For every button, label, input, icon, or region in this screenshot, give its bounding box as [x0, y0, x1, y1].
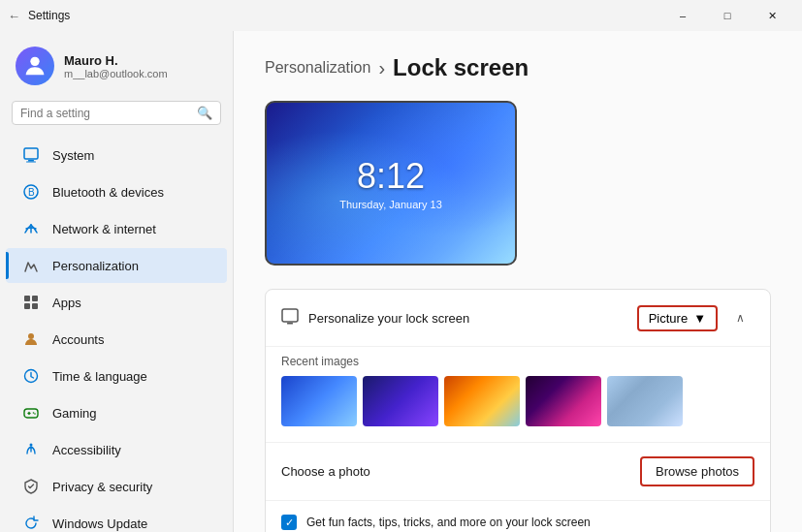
avatar — [16, 47, 54, 85]
accessibility-icon — [21, 440, 41, 459]
apps-icon — [21, 293, 41, 312]
user-email: m__lab@outlook.com — [64, 68, 168, 79]
sidebar-item-label-apps: Apps — [52, 296, 81, 310]
recent-images-label: Recent images — [281, 347, 754, 368]
preview-time: 8:12 — [357, 156, 425, 197]
sidebar-item-bluetooth[interactable]: B Bluetooth & devices — [6, 174, 227, 209]
thumbnail-1[interactable] — [281, 376, 357, 426]
time-icon — [21, 366, 41, 386]
window-controls: – □ ✕ — [660, 0, 794, 31]
svg-rect-8 — [24, 303, 30, 309]
expanded-area: Recent images — [266, 347, 770, 443]
fun-facts-label: Get fun facts, tips, tricks, and more on… — [306, 516, 591, 529]
maximize-button[interactable]: □ — [705, 0, 750, 31]
choose-photo-row: Choose a photo Browse photos — [266, 443, 770, 501]
sidebar-item-label-privacy: Privacy & security — [52, 480, 152, 494]
personalize-control: Picture ▼ ∧ — [637, 303, 754, 332]
svg-rect-1 — [24, 148, 38, 159]
preview-date: Thursday, January 13 — [339, 199, 442, 210]
main-content: Personalization › Lock screen 8:12 Thurs… — [233, 31, 802, 532]
search-icon: 🔍 — [197, 106, 212, 120]
sidebar-item-label-time: Time & language — [52, 369, 147, 384]
svg-rect-7 — [32, 296, 38, 301]
app-title: Settings — [28, 9, 70, 22]
svg-point-10 — [28, 333, 34, 339]
lock-screen-icon — [281, 308, 299, 329]
thumbnail-3[interactable] — [444, 376, 520, 426]
fun-facts-checkbox[interactable] — [281, 515, 297, 530]
sidebar-item-accounts[interactable]: Accounts — [6, 322, 227, 357]
sidebar-item-apps[interactable]: Apps — [6, 285, 227, 320]
svg-text:B: B — [28, 187, 35, 198]
lock-screen-preview: 8:12 Thursday, January 13 — [265, 101, 517, 266]
user-name: Mauro H. — [64, 53, 168, 68]
sidebar-item-privacy[interactable]: Privacy & security — [6, 469, 227, 504]
svg-point-14 — [34, 413, 36, 415]
search-box[interactable]: 🔍 — [12, 101, 221, 125]
dropdown-chevron: ▼ — [693, 311, 706, 326]
sidebar-item-label-system: System — [52, 148, 94, 163]
privacy-icon — [21, 477, 41, 496]
sidebar-item-label-bluetooth: Bluetooth & devices — [52, 185, 164, 200]
bluetooth-icon: B — [21, 182, 41, 202]
thumbnail-2[interactable] — [363, 376, 438, 426]
sidebar-item-label-gaming: Gaming — [52, 406, 97, 421]
sidebar-item-personalization[interactable]: Personalization — [6, 248, 227, 283]
update-icon — [21, 514, 41, 532]
svg-rect-17 — [287, 323, 293, 325]
sidebar-item-network[interactable]: Network & internet — [6, 211, 227, 246]
sidebar-item-label-network: Network & internet — [52, 222, 156, 236]
breadcrumb-separator: › — [378, 57, 385, 79]
breadcrumb-parent[interactable]: Personalization — [265, 59, 370, 77]
thumbnail-4[interactable] — [526, 376, 601, 426]
sidebar-item-label-personalization: Personalization — [52, 259, 139, 273]
sidebar-item-label-update: Windows Update — [52, 516, 147, 531]
sidebar-item-accessibility[interactable]: Accessibility — [6, 432, 227, 467]
choose-photo-label: Choose a photo — [281, 464, 640, 479]
settings-section: Personalize your lock screen Picture ▼ ∧… — [265, 289, 771, 532]
svg-point-0 — [30, 57, 39, 66]
minimize-button[interactable]: – — [660, 0, 705, 31]
sidebar: Mauro H. m__lab@outlook.com 🔍 System — [0, 31, 233, 532]
thumbnail-5[interactable] — [607, 376, 683, 426]
title-bar: ← Settings – □ ✕ — [0, 0, 802, 31]
svg-rect-2 — [28, 160, 34, 162]
page-title: Lock screen — [393, 54, 529, 81]
fun-facts-row: Get fun facts, tips, tricks, and more on… — [266, 501, 770, 532]
sidebar-item-label-accounts: Accounts — [52, 332, 104, 347]
user-profile[interactable]: Mauro H. m__lab@outlook.com — [0, 39, 233, 101]
svg-rect-9 — [32, 303, 38, 309]
sidebar-item-update[interactable]: Windows Update — [6, 506, 227, 532]
close-button[interactable]: ✕ — [750, 0, 794, 31]
svg-point-15 — [30, 444, 33, 447]
back-icon[interactable]: ← — [8, 9, 20, 23]
search-input[interactable] — [20, 107, 197, 120]
sidebar-item-label-accessibility: Accessibility — [52, 443, 121, 457]
dropdown-value: Picture — [649, 311, 688, 326]
thumbnails-row — [281, 376, 754, 426]
network-icon — [21, 219, 41, 238]
expand-button[interactable]: ∧ — [725, 303, 754, 332]
breadcrumb: Personalization › Lock screen — [265, 54, 771, 81]
svg-rect-3 — [26, 162, 36, 163]
gaming-icon — [21, 403, 41, 422]
svg-rect-16 — [282, 309, 298, 322]
svg-rect-6 — [24, 296, 30, 301]
personalize-row: Personalize your lock screen Picture ▼ ∧ — [266, 290, 770, 347]
svg-rect-12 — [24, 409, 38, 418]
sidebar-item-time[interactable]: Time & language — [6, 359, 227, 393]
personalize-label: Personalize your lock screen — [281, 308, 637, 329]
svg-point-13 — [33, 412, 35, 414]
accounts-icon — [21, 329, 41, 349]
browse-photos-button[interactable]: Browse photos — [640, 456, 754, 486]
picture-dropdown[interactable]: Picture ▼ — [637, 305, 718, 331]
sidebar-item-gaming[interactable]: Gaming — [6, 395, 227, 430]
sidebar-item-system[interactable]: System — [6, 138, 227, 172]
system-icon — [21, 145, 41, 165]
user-info: Mauro H. m__lab@outlook.com — [64, 53, 168, 79]
personalization-icon — [21, 256, 41, 275]
